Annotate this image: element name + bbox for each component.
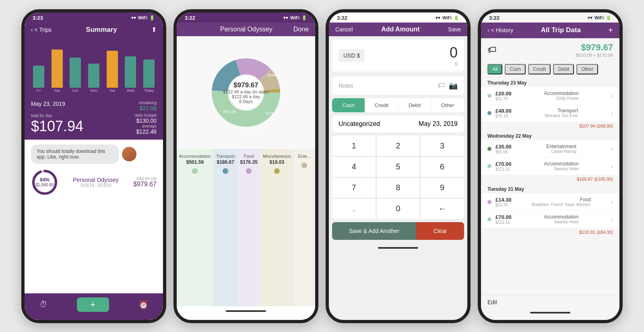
bar-today-label: Today <box>144 89 154 93</box>
cat-ente-name: Ente... <box>298 154 311 159</box>
tag-icon[interactable]: 🏷 <box>438 81 445 90</box>
donut-center-text: $979.67 $122.46 a day (to date) $122.46 … <box>223 81 269 104</box>
bar-fri-label: Fri <box>37 89 41 93</box>
avg-value: $122.46 <box>135 128 157 135</box>
add-icon[interactable]: + <box>608 26 613 35</box>
total-day-label: total for day <box>31 113 83 118</box>
history-icon[interactable]: ⏰ <box>138 300 149 309</box>
trips-back-btn[interactable]: ‹ < Trips <box>31 27 52 33</box>
list-item[interactable]: £20.00 $31.75 Accommodation Gritty Hoste… <box>481 87 619 104</box>
donut-per-day: $122.46 a day (to date) <box>223 89 269 94</box>
share-icon[interactable]: ⬆ <box>151 26 157 33</box>
avatar <box>122 147 136 161</box>
price-tag-icon: 🏷 <box>487 45 496 55</box>
status-bar-1: 3:23 ▾▾ WiFi 🔋 <box>25 12 163 23</box>
bar-sun-rect <box>70 58 81 88</box>
trip-total-value: $979.67 <box>133 181 157 188</box>
trip-info: Personal Odyssey 5/16/19 - 5/23/19 <box>73 177 119 188</box>
currency-selector[interactable]: USD $ <box>339 49 365 62</box>
action-row: Save & Add Another Clear <box>332 222 464 240</box>
bottom-bar-3 <box>329 243 467 257</box>
dot-accommodation3 <box>487 217 491 221</box>
filter-other[interactable]: Other <box>576 64 598 74</box>
subtotal-thu: $107.94 (£68.00) <box>481 122 619 130</box>
key-5[interactable]: 5 <box>376 157 420 177</box>
filter-cash[interactable]: Cash <box>505 64 526 74</box>
category-label: Uncategorized <box>339 120 380 128</box>
history-nav: ‹ < History All Trip Data + <box>481 23 619 38</box>
status-bar-3: 3:22 ▾▾ WiFi 🔋 <box>329 12 467 23</box>
filter-credit[interactable]: Credit <box>528 64 551 74</box>
list-item[interactable]: £70.00 $111.11 Accommodation Swanky Hote… <box>481 158 619 175</box>
filter-all[interactable]: All <box>487 64 502 74</box>
home-indicator-4 <box>530 312 570 313</box>
bar-sat-rect <box>52 49 63 88</box>
credit-btn[interactable]: Credit <box>365 98 398 112</box>
home-indicator-3 <box>378 247 418 249</box>
key-dot[interactable]: . <box>332 198 376 219</box>
bottom-bar-1: ⏱ + ⏰ <box>25 293 163 320</box>
dot-transport <box>487 111 491 115</box>
date-section: May 23, 2019 remaining $22.06 total for … <box>25 97 163 140</box>
phone-odyssey: 3:22 ▾▾ WiFi 🔋 Personal Odyssey Done $50… <box>173 9 318 323</box>
bubble-text: You should totally download this app. Li… <box>37 148 113 160</box>
bar-tue-rect <box>107 51 118 88</box>
debit-btn[interactable]: Debit <box>398 98 431 112</box>
key-1[interactable]: 1 <box>332 136 376 156</box>
notes-icon-group: 🏷 📷 <box>438 81 458 90</box>
history-back-btn[interactable]: ‹ < History <box>487 27 513 33</box>
key-8[interactable]: 8 <box>376 177 420 198</box>
history-list: Thursday 23 May £20.00 $31.75 Accommodat… <box>481 77 619 295</box>
save-add-button[interactable]: Save & Add Another <box>332 222 416 240</box>
cat-misc-dot <box>274 168 280 174</box>
key-backspace[interactable]: ← <box>420 198 464 219</box>
key-4[interactable]: 4 <box>332 157 376 177</box>
other-btn[interactable]: Other <box>431 98 464 112</box>
remaining-value: $22.06 <box>139 105 157 111</box>
date-row: May 23, 2019 remaining $22.06 <box>31 101 157 111</box>
cat-misc-name: Miscellaneous <box>263 154 291 159</box>
dot-accommodation <box>487 94 491 98</box>
done-button[interactable]: Done <box>293 26 309 33</box>
bubble-row: You should totally download this app. Li… <box>31 144 157 164</box>
cancel-button[interactable]: Cancel <box>335 26 353 33</box>
key-0[interactable]: 0 <box>376 198 420 219</box>
clear-button[interactable]: Clear <box>416 222 464 240</box>
edit-button[interactable]: Edit <box>481 295 619 309</box>
trip-dates: 5/16/19 - 5/23/19 <box>73 183 119 188</box>
camera-icon[interactable]: 📷 <box>449 81 458 90</box>
key-9[interactable]: 9 <box>420 177 464 198</box>
list-item[interactable]: £70.00 $111.11 Accommodation Swanky Hote… <box>481 211 619 228</box>
category-row[interactable]: Uncategorized May 23, 2019 <box>332 115 464 132</box>
chevron-right-icon: › <box>611 199 613 205</box>
phone-history: 3:22 ▾▾ WiFi 🔋 ‹ < History All Trip Data… <box>478 9 623 323</box>
status-bar-4: 3:22 ▾▾ WiFi 🔋 <box>481 12 619 23</box>
cash-btn[interactable]: Cash <box>332 98 365 112</box>
summary-title: Summary <box>86 26 117 34</box>
phone-add-amount: 3:22 ▾▾ WiFi 🔋 Cancel Add Amount Save US… <box>326 9 471 323</box>
add-button[interactable]: + <box>77 297 109 312</box>
list-item[interactable]: £14.30 $22.70 Food Breakfast. French Toa… <box>481 194 619 210</box>
status-bar-2: 3:22 ▾▾ WiFi 🔋 <box>177 12 315 23</box>
cat-food-dot <box>246 168 252 174</box>
progress-val: $1,040.00 <box>36 183 54 188</box>
donut-days: 8 Days <box>223 99 269 104</box>
remaining-label: remaining <box>139 101 157 105</box>
cat-transport-amount: $186.67 <box>217 159 234 165</box>
total-row: total for day $107.94 daily budget $130.… <box>31 113 157 135</box>
progress-circle[interactable]: 94% $1,040.00 <box>31 169 58 196</box>
list-item[interactable]: £48.00 $76.19 Transport Weirdest Taxi Ev… <box>481 105 619 122</box>
key-6[interactable]: 6 <box>420 157 464 177</box>
status-icons-1: ▾▾ WiFi 🔋 <box>131 15 155 21</box>
key-7[interactable]: 7 <box>332 177 376 198</box>
timer-icon[interactable]: ⏱ <box>39 300 47 309</box>
filter-debit[interactable]: Debit <box>553 64 574 74</box>
bar-wed: Wed <box>123 56 138 93</box>
key-2[interactable]: 2 <box>376 136 420 156</box>
save-button[interactable]: Save <box>448 26 461 33</box>
status-time-4: 3:22 <box>489 15 500 21</box>
cat-transport-name: Transport <box>216 154 235 159</box>
list-item[interactable]: £35.00 $55.56 Entertainment Camel Racing… <box>481 140 619 157</box>
key-3[interactable]: 3 <box>420 136 464 156</box>
donut-per-day2: $122.46 a day <box>223 94 269 99</box>
